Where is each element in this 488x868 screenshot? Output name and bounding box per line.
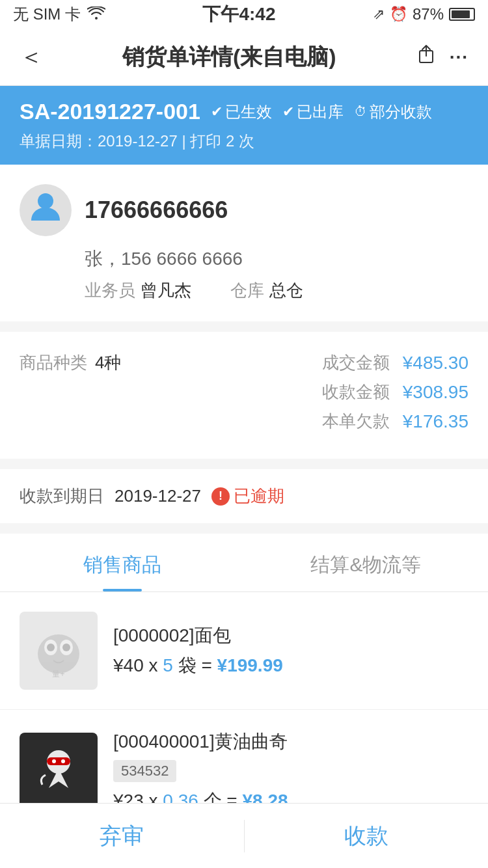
order-meta: 单据日期：2019-12-27 | 打印 2 次 [20,131,468,152]
tabs-row: 销售商品 结算&物流等 [0,534,488,592]
status-shipped: ✔ 已出库 [282,102,344,122]
tab-settlement[interactable]: 结算&物流等 [244,534,488,591]
alarm-icon: ⏰ [390,6,407,23]
debt-row: 本单欠款 ¥176.35 [322,410,468,433]
customer-id: 17666666666 [85,197,228,224]
due-date: 2019-12-27 [115,486,201,506]
cancel-button[interactable]: 弃审 [0,808,244,864]
customer-info: 业务员 曾凡杰 仓库 总仓 [20,279,468,302]
more-button[interactable]: ··· [450,47,468,68]
collected-row: 收款金额 ¥308.95 [322,381,468,403]
bottom-bar: 弃审 收款 [0,803,488,868]
wifi-icon [87,5,105,23]
overdue-text: 已逾期 [234,485,284,508]
product-item-1: 量+ [0000002]面包 ¥40 x 5 袋 = ¥199.99 [0,592,488,710]
svg-point-11 [52,759,56,763]
check-icon-1: ✔ [211,103,223,120]
product-thumb-1: 量+ [20,612,98,690]
svg-rect-10 [47,757,70,765]
product-qty-1: 5 [163,655,173,675]
overdue-badge: ! 已逾期 [211,485,284,508]
summary-left: 商品种类 4种 [20,351,121,379]
product-name-2: [000400001]黄油曲奇 [113,729,468,754]
share-button[interactable] [416,44,437,70]
status-bar: 无 SIM 卡 下午4:42 ⇗ ⏰ 87% [0,0,488,29]
customer-section: 17666666666 张，156 6666 6666 业务员 曾凡杰 仓库 总… [0,165,488,321]
sales-label: 业务员 [85,279,135,302]
debt-label: 本单欠款 [322,410,390,433]
status-effective: ✔ 已生效 [211,102,272,122]
product-info-1: [0000002]面包 ¥40 x 5 袋 = ¥199.99 [113,623,468,678]
avatar [20,184,72,236]
svg-point-6 [62,644,70,651]
product-total-1: ¥199.99 [217,655,283,675]
warehouse-info: 仓库 总仓 [230,279,303,302]
svg-point-12 [61,759,65,763]
sales-info: 业务员 曾凡杰 [85,279,191,302]
svg-point-2 [38,634,79,673]
warehouse-value: 总仓 [269,279,303,302]
warehouse-label: 仓库 [230,279,264,302]
status-carrier: 无 SIM 卡 [13,4,105,25]
tab-sales[interactable]: 销售商品 [0,534,244,591]
product-badge-2: 534532 [113,760,176,782]
summary-section: 商品种类 4种 成交金额 ¥485.30 收款金额 ¥308.95 本单欠款 ¥… [0,332,488,459]
page-title: 销货单详情(来自电脑) [122,42,336,72]
user-icon [26,187,65,234]
svg-point-1 [38,193,53,209]
debt-value: ¥176.35 [403,411,468,432]
nav-bar: ＜ 销货单详情(来自电脑) ··· [0,29,488,86]
amount-label: 成交金额 [322,351,390,374]
tabs-section: 销售商品 结算&物流等 [0,534,488,592]
product-types-label: 商品种类 [20,351,87,374]
nav-actions: ··· [416,44,468,70]
check-icon-2: ✔ [282,103,294,120]
product-types-value: 4种 [95,351,121,374]
product-name-1: [0000002]面包 [113,623,468,648]
sales-value: 曾凡杰 [141,279,191,302]
order-id: SA-20191227-001 [20,99,200,124]
status-time: 下午4:42 [202,2,275,27]
due-section: 收款到期日 2019-12-27 ! 已逾期 [0,469,488,523]
summary-right: 成交金额 ¥485.30 收款金额 ¥308.95 本单欠款 ¥176.35 [322,351,468,439]
overdue-icon: ! [211,487,230,506]
svg-text:量+: 量+ [52,670,64,679]
order-header: SA-20191227-001 ✔ 已生效 ✔ 已出库 ⏱ 部分收款 单据日期：… [0,86,488,165]
status-partial-payment: ⏱ 部分收款 [354,102,432,122]
due-label: 收款到期日 [20,485,104,508]
svg-point-5 [47,644,55,651]
back-button[interactable]: ＜ [20,41,43,73]
clock-icon: ⏱ [354,104,367,119]
battery-text: 87% [413,5,444,23]
collected-value: ¥308.95 [403,382,468,403]
product-info-2: [000400001]黄油曲奇 534532 ¥23 x 0.36 个 = ¥8… [113,729,468,813]
status-right: ⇗ ⏰ 87% [373,5,475,23]
amount-value: ¥485.30 [403,353,468,373]
location-icon: ⇗ [373,6,385,23]
product-price-1: ¥40 x 5 袋 = ¥199.99 [113,653,468,678]
product-types-item: 商品种类 4种 [20,351,121,374]
products-section: 量+ [0000002]面包 ¥40 x 5 袋 = ¥199.99 [0,592,488,834]
collected-label: 收款金额 [322,381,390,403]
battery-icon [449,8,475,21]
product-thumb-2 [20,733,98,811]
customer-name-phone: 张，156 6666 6666 [20,247,468,271]
carrier-text: 无 SIM 卡 [13,4,81,25]
confirm-button[interactable]: 收款 [245,808,489,864]
amount-row: 成交金额 ¥485.30 [322,351,468,374]
